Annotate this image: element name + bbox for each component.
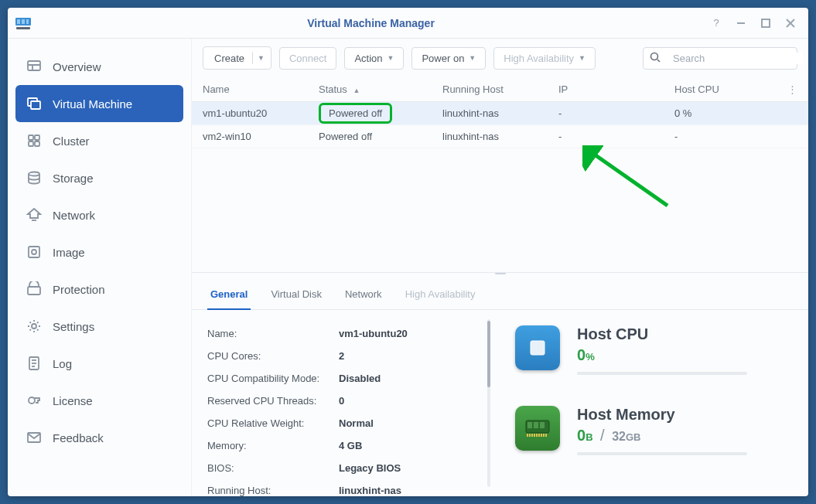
prop-label: Reserved CPU Threads: xyxy=(207,395,339,407)
prop-label: CPU Relative Weight: xyxy=(207,417,339,429)
vm-ip: - xyxy=(558,107,674,119)
svg-rect-44 xyxy=(541,434,542,437)
search-input[interactable] xyxy=(673,53,803,64)
window-title: Virtual Machine Manager xyxy=(32,17,709,29)
metric-unit: % xyxy=(586,351,595,363)
svg-rect-15 xyxy=(35,135,39,140)
action-button[interactable]: Action ▼ xyxy=(344,47,404,70)
chevron-down-icon: ▼ xyxy=(579,54,586,62)
metric-host-cpu: Host CPU 0% xyxy=(515,325,785,375)
general-panel: Name:vm1-ubuntu20 CPU Cores:2 CPU Compat… xyxy=(192,310,486,496)
annotation-arrow xyxy=(582,145,683,215)
vm-status: Powered off xyxy=(319,103,392,124)
log-icon xyxy=(26,356,42,371)
create-button[interactable]: Create ▼ xyxy=(203,46,271,70)
prop-label: CPU Cores: xyxy=(207,350,339,362)
chevron-down-icon: ▼ xyxy=(388,54,394,62)
svg-rect-41 xyxy=(534,434,535,437)
svg-rect-40 xyxy=(531,434,533,437)
vm-name: vm2-win10 xyxy=(203,131,319,142)
col-status[interactable]: Status ▲ xyxy=(319,83,442,95)
svg-rect-16 xyxy=(29,141,33,146)
metric-total-unit: GB xyxy=(626,431,641,443)
vm-host-cpu: - xyxy=(674,131,782,142)
col-name[interactable]: Name xyxy=(203,83,319,95)
power-on-button[interactable]: Power on ▼ xyxy=(411,47,486,70)
sidebar-item-feedback[interactable]: Feedback xyxy=(15,419,183,456)
sidebar-item-label: Log xyxy=(53,357,72,370)
col-running-host[interactable]: Running Host xyxy=(442,83,558,95)
tab-network[interactable]: Network xyxy=(342,284,385,309)
svg-rect-42 xyxy=(536,434,538,437)
col-ip[interactable]: IP xyxy=(558,83,674,95)
sidebar-item-cluster[interactable]: Cluster xyxy=(15,122,183,159)
titlebar: Virtual Machine Manager ? xyxy=(8,8,808,39)
metric-sep: / xyxy=(600,427,605,444)
close-icon[interactable] xyxy=(784,16,797,30)
vm-status: Powered off xyxy=(319,131,442,142)
table-row[interactable]: vm1-ubuntu20 Powered off linuxhint-nas -… xyxy=(192,102,808,125)
svg-rect-14 xyxy=(29,135,33,140)
metric-title: Host Memory xyxy=(577,406,785,424)
svg-rect-9 xyxy=(28,61,40,70)
sidebar-item-log[interactable]: Log xyxy=(15,345,183,382)
overview-icon xyxy=(26,59,42,74)
sidebar-item-label: Cluster xyxy=(53,135,90,148)
prop-value: 2 xyxy=(339,350,344,362)
cluster-icon xyxy=(26,133,42,148)
help-icon[interactable]: ? xyxy=(709,16,723,30)
vm-table: Name Status ▲ Running Host IP Host CPU ⋮… xyxy=(192,77,808,148)
sort-asc-icon: ▲ xyxy=(353,87,360,94)
sidebar-item-protection[interactable]: Protection xyxy=(15,271,183,308)
sidebar-item-storage[interactable]: Storage xyxy=(15,159,183,196)
table-row[interactable]: vm2-win10 Powered off linuxhint-nas - - xyxy=(192,125,808,148)
sidebar-item-license[interactable]: License xyxy=(15,382,183,419)
vm-host-cpu: 0 % xyxy=(674,107,782,119)
network-icon xyxy=(26,207,42,223)
chevron-down-icon: ▼ xyxy=(258,54,265,62)
vm-running-host: linuxhint-nas xyxy=(442,131,558,142)
more-columns-icon[interactable]: ⋮ xyxy=(782,83,797,95)
button-label: Power on xyxy=(422,53,464,64)
connect-button[interactable]: Connect xyxy=(279,47,336,70)
tab-virtual-disk[interactable]: Virtual Disk xyxy=(268,284,325,309)
svg-rect-35 xyxy=(527,422,532,428)
detail-tabs: General Virtual Disk Network High Availa… xyxy=(192,273,808,310)
table-header: Name Status ▲ Running Host IP Host CPU ⋮ xyxy=(192,77,808,102)
minimize-icon[interactable] xyxy=(734,16,748,30)
scrollbar[interactable] xyxy=(487,319,490,487)
resize-grip[interactable] xyxy=(488,272,513,277)
sidebar-item-label: License xyxy=(53,394,93,407)
high-availability-button[interactable]: High Availability ▼ xyxy=(493,47,596,70)
sidebar-item-overview[interactable]: Overview xyxy=(15,48,183,85)
vm-running-host: linuxhint-nas xyxy=(442,107,558,119)
virtual-machine-icon xyxy=(26,96,42,111)
sidebar-item-settings[interactable]: Settings xyxy=(15,308,183,345)
svg-rect-38 xyxy=(527,434,528,437)
detail-panel: General Virtual Disk Network High Availa… xyxy=(192,272,808,496)
prop-label: BIOS: xyxy=(207,462,339,474)
metric-value: 0 xyxy=(577,346,586,363)
maximize-icon[interactable] xyxy=(759,16,773,30)
sidebar-item-label: Settings xyxy=(53,320,94,333)
sidebar: Overview Virtual Machine Cluster Storage xyxy=(8,39,192,496)
sidebar-item-network[interactable]: Network xyxy=(15,196,183,233)
svg-rect-1 xyxy=(16,27,30,29)
col-host-cpu[interactable]: Host CPU xyxy=(674,83,782,95)
app-icon xyxy=(14,14,32,32)
sidebar-item-virtual-machine[interactable]: Virtual Machine xyxy=(15,85,183,122)
button-label: Action xyxy=(354,53,382,64)
svg-point-30 xyxy=(651,53,658,60)
svg-line-32 xyxy=(590,152,667,206)
svg-rect-6 xyxy=(762,19,770,27)
prop-value: Normal xyxy=(339,417,374,429)
tab-general[interactable]: General xyxy=(207,284,251,309)
sidebar-item-image[interactable]: Image xyxy=(15,233,183,271)
chevron-down-icon: ▼ xyxy=(469,54,476,62)
search-box[interactable] xyxy=(643,47,797,70)
svg-rect-17 xyxy=(35,141,39,146)
svg-rect-45 xyxy=(543,434,545,437)
settings-icon xyxy=(26,318,42,334)
svg-rect-37 xyxy=(540,422,545,428)
tab-high-availability[interactable]: High Availability xyxy=(402,284,479,309)
